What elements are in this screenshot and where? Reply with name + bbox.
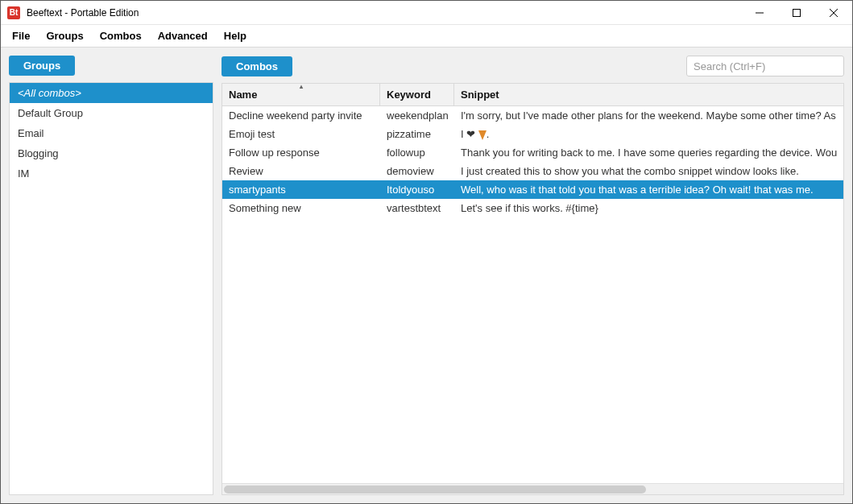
cell-name: Decline weekend party invite [222, 106, 380, 125]
table-header: Name ▴ Keyword Snippet [222, 84, 843, 106]
cell-name: Emoji test [222, 125, 380, 143]
cell-keyword: pizzatime [380, 125, 454, 143]
close-icon [830, 9, 838, 17]
app-window: Bt Beeftext - Portable Edition File Grou… [0, 0, 853, 504]
cell-snippet: Let's see if this works. #{time} [454, 199, 843, 217]
table-row[interactable]: smartypantsItoldyousoWell, who was it th… [222, 180, 843, 199]
groups-list[interactable]: <All combos>Default GroupEmailBloggingIM [9, 82, 213, 495]
menu-groups[interactable]: Groups [38, 27, 91, 45]
cell-keyword: vartestbtext [380, 199, 454, 217]
search-input[interactable] [686, 56, 844, 76]
groups-list-item[interactable]: Default Group [10, 103, 213, 123]
minimize-button[interactable] [741, 1, 778, 25]
column-header-snippet[interactable]: Snippet [454, 84, 843, 105]
cell-keyword: weekendplan [380, 106, 454, 125]
groups-list-item[interactable]: Blogging [10, 143, 213, 163]
main-area: Groups <All combos>Default GroupEmailBlo… [1, 48, 852, 503]
window-title: Beeftext - Portable Edition [27, 7, 139, 19]
combos-panel-header: Combos [222, 56, 844, 76]
maximize-icon [793, 9, 801, 17]
title-bar: Bt Beeftext - Portable Edition [1, 1, 852, 25]
cell-snippet: Well, who was it that told you that was … [454, 180, 843, 199]
column-header-name[interactable]: Name ▴ [222, 84, 380, 105]
table-row[interactable]: ReviewdemoviewI just created this to sho… [222, 162, 843, 180]
cell-snippet: I ❤ . [454, 125, 843, 143]
search-wrap [686, 56, 844, 76]
menu-bar: File Groups Combos Advanced Help [1, 25, 852, 48]
groups-panel: Groups <All combos>Default GroupEmailBlo… [9, 56, 213, 495]
groups-list-item[interactable]: Email [10, 123, 213, 143]
horizontal-scrollbar[interactable] [222, 483, 843, 494]
groups-panel-header: Groups [9, 56, 213, 76]
cell-snippet: Thank you for writing back to me. I have… [454, 143, 843, 162]
cell-keyword: Itoldyouso [380, 180, 454, 199]
cell-snippet: I just created this to show you what the… [454, 162, 843, 180]
cell-keyword: followup [380, 143, 454, 162]
sort-indicator-icon: ▴ [300, 83, 303, 90]
cell-name: Follow up response [222, 143, 380, 162]
column-header-keyword[interactable]: Keyword [380, 84, 454, 105]
cell-name: Review [222, 162, 380, 180]
app-icon: Bt [7, 6, 20, 19]
table-row[interactable]: Emoji testpizzatimeI ❤ . [222, 125, 843, 143]
groups-list-item[interactable]: <All combos> [10, 83, 213, 103]
column-header-name-label: Name [229, 89, 257, 101]
menu-combos[interactable]: Combos [92, 27, 150, 45]
cell-name: smartypants [222, 180, 380, 199]
close-button[interactable] [815, 1, 852, 25]
menu-help[interactable]: Help [216, 27, 255, 45]
groups-list-item[interactable]: IM [10, 163, 213, 184]
table-row[interactable]: Something newvartestbtextLet's see if th… [222, 199, 843, 217]
pizza-icon [478, 130, 487, 140]
svg-rect-1 [793, 9, 801, 16]
menu-advanced[interactable]: Advanced [150, 27, 216, 45]
combos-panel: Combos Name ▴ Keyword Snippet Decline we… [222, 56, 844, 495]
table-row[interactable]: Follow up responsefollowupThank you for … [222, 143, 843, 162]
minimize-icon [756, 9, 764, 17]
maximize-button[interactable] [778, 1, 815, 25]
table-body[interactable]: Decline weekend party inviteweekendplanI… [222, 106, 843, 483]
menu-file[interactable]: File [4, 27, 38, 45]
table-row[interactable]: Decline weekend party inviteweekendplanI… [222, 106, 843, 125]
groups-dropdown-button[interactable]: Groups [9, 56, 75, 76]
cell-snippet: I'm sorry, but I've made other plans for… [454, 106, 843, 125]
cell-keyword: demoview [380, 162, 454, 180]
cell-name: Something new [222, 199, 380, 217]
horizontal-scrollbar-thumb[interactable] [224, 485, 646, 494]
combos-table: Name ▴ Keyword Snippet Decline weekend p… [222, 83, 844, 495]
combos-dropdown-button[interactable]: Combos [222, 56, 292, 76]
